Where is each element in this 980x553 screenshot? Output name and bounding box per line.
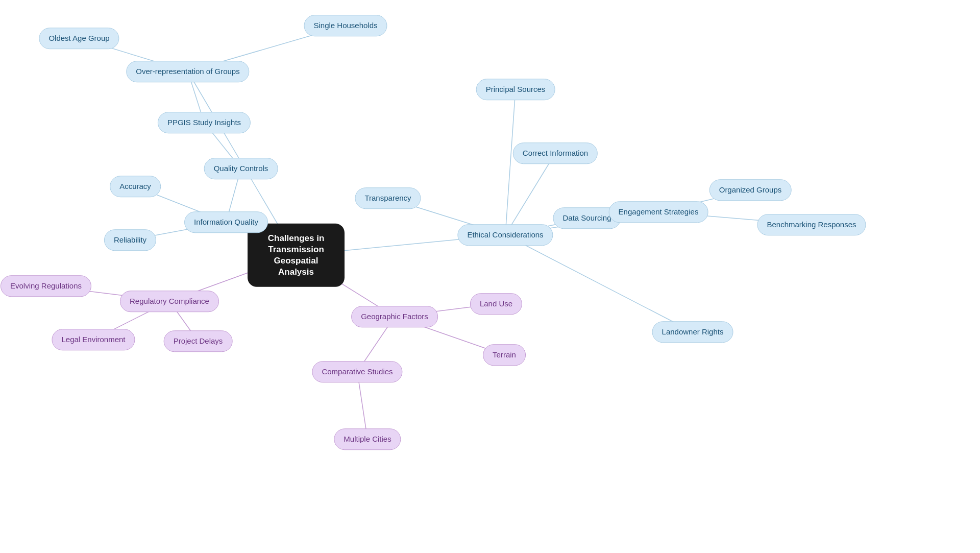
node-information_quality[interactable]: Information Quality: [184, 211, 268, 233]
node-legal_environment[interactable]: Legal Environment: [52, 329, 135, 350]
node-over_representation[interactable]: Over-representation of Groups: [126, 61, 249, 82]
node-single_households[interactable]: Single Households: [304, 15, 387, 36]
node-terrain[interactable]: Terrain: [483, 344, 526, 366]
node-ppgis_study[interactable]: PPGIS Study Insights: [158, 112, 251, 133]
node-quality_controls[interactable]: Quality Controls: [204, 158, 278, 179]
node-correct_information[interactable]: Correct Information: [513, 142, 598, 164]
node-engagement_strategies[interactable]: Engagement Strategies: [609, 201, 708, 223]
node-organized_groups[interactable]: Organized Groups: [709, 179, 792, 201]
node-ethical_considerations[interactable]: Ethical Considerations: [457, 224, 553, 246]
node-reliability[interactable]: Reliability: [104, 229, 156, 251]
node-multiple_cities[interactable]: Multiple Cities: [334, 428, 401, 450]
node-comparative_studies[interactable]: Comparative Studies: [312, 361, 402, 382]
node-benchmarking[interactable]: Benchmarking Responses: [757, 214, 866, 235]
node-accuracy[interactable]: Accuracy: [110, 176, 161, 197]
svg-line-10: [505, 89, 516, 235]
node-evolving_regulations[interactable]: Evolving Regulations: [1, 275, 91, 297]
node-landowner_rights[interactable]: Landowner Rights: [652, 321, 733, 343]
node-land_use[interactable]: Land Use: [470, 293, 522, 315]
node-geographic_factors[interactable]: Geographic Factors: [351, 306, 438, 327]
node-center[interactable]: Challenges in Transmission Geospatial An…: [248, 224, 345, 287]
node-regulatory_compliance[interactable]: Regulatory Compliance: [120, 291, 219, 312]
node-transparency[interactable]: Transparency: [355, 187, 421, 209]
svg-line-11: [505, 153, 555, 235]
svg-line-15: [505, 235, 693, 332]
node-principal_sources[interactable]: Principal Sources: [476, 79, 555, 100]
mind-map: Challenges in Transmission Geospatial An…: [0, 0, 980, 553]
node-project_delays[interactable]: Project Delays: [164, 330, 233, 352]
node-oldest_age_group[interactable]: Oldest Age Group: [39, 28, 119, 49]
